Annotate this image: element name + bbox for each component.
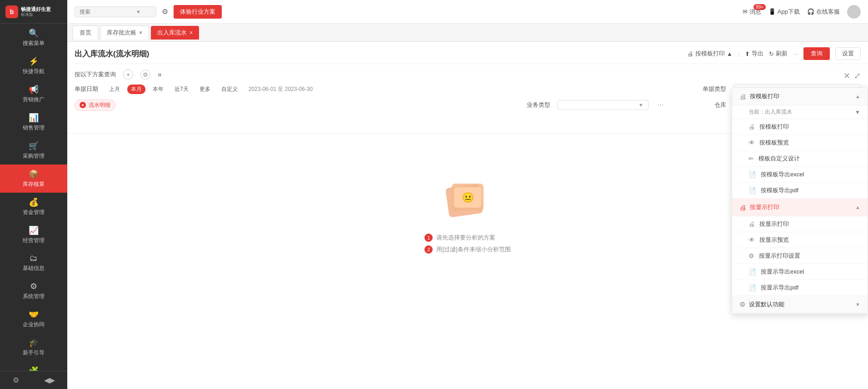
sidebar-bottom: ⚙ ◀▶ (0, 371, 67, 389)
sidebar-item-finance[interactable]: 💰 资金管理 (0, 193, 67, 221)
tab-label-batch: 库存批次账 (107, 29, 136, 37)
guide-icon: 🎓 (29, 338, 39, 348)
refresh-btn[interactable]: ↻ 刷新 (769, 50, 788, 58)
dp-sub-icon-template-preview: 👁 (748, 139, 755, 146)
logo-icon: b (5, 5, 18, 18)
dp-sub-template-preview[interactable]: 👁按模板预览 (732, 135, 868, 151)
tab-home[interactable]: 首页 (73, 25, 98, 40)
date-btn-this-month[interactable]: 本月 (127, 85, 145, 94)
dp-section-template-print[interactable]: 🖨 按模板打印 ▲ (732, 88, 868, 105)
date-btn-recent-7[interactable]: 近7天 (171, 85, 192, 94)
filter-label: 按以下方案查询 (75, 70, 116, 79)
sidebar-item-inventory[interactable]: 📦 库存核算 (0, 165, 67, 193)
sidebar-item-search[interactable]: 🔍 搜索菜单 (0, 24, 67, 52)
dp-icon-display-print: 🖨 (739, 204, 746, 211)
sidebar-label-finance: 资金管理 (23, 209, 45, 216)
user-avatar[interactable] (847, 5, 861, 19)
biz-type-ellipsis[interactable]: ··· (658, 101, 663, 109)
sidebar-item-operation[interactable]: 📈 经营管理 (0, 221, 67, 249)
dp-current-chevron: ▼ (855, 109, 860, 115)
search-chevron-icon: ▼ (136, 9, 141, 15)
query-btn[interactable]: 查询 (803, 47, 830, 60)
tab-label-home: 首页 (80, 29, 91, 37)
settings-icon[interactable]: ⚙ (162, 7, 168, 16)
filter-add-btn[interactable]: + (123, 70, 133, 80)
collapse-sidebar-icon[interactable]: ◀▶ (44, 376, 55, 384)
filter-collapse-btn[interactable]: « (158, 70, 162, 79)
dp-sub-display-export-excel[interactable]: 📄按显示导出excel (732, 264, 868, 280)
printer-icon: 🖨 (688, 50, 693, 57)
app-download-btn[interactable]: 📱 App下载 (768, 8, 800, 16)
dp-sub-display-preview[interactable]: 👁按显示预览 (732, 232, 868, 248)
tip-num-1: 1 (424, 234, 433, 242)
flow-detail-tag[interactable]: ● 流水明细 (75, 100, 115, 111)
sidebar-item-system[interactable]: ⚙ 系统管理 (0, 277, 67, 305)
dp-sub-template-export-pdf[interactable]: 📄按模板导出pdf (732, 183, 868, 199)
tab-label-flow: 出入库流水 (157, 29, 187, 37)
settings-icon[interactable]: ⚙ (13, 376, 19, 384)
sidebar-item-guide[interactable]: 🎓 新手引导 (0, 333, 67, 361)
window-controls: ✕ ⤢ (843, 71, 861, 81)
dp-section-set-default[interactable]: ⚙ 设置默认功能 ▼ (732, 296, 868, 314)
biz-type-label: 业务类型 (527, 101, 550, 109)
settings-btn[interactable]: 设置 (835, 47, 861, 60)
main-content: ▼ ⚙ 体验行业方案 ✉ 消息 99+ 📱 App下载 🎧 在线客服 首页库存批… (67, 0, 868, 389)
basic-icon: 🗂 (30, 254, 38, 263)
message-icon: ✉ (743, 8, 748, 15)
expand-panel-btn[interactable]: ⤢ (854, 71, 861, 81)
date-range: 2023-06-01 至 2023-06-30 (249, 85, 313, 93)
tab-close-batch[interactable]: × (139, 30, 142, 35)
export-btn[interactable]: ⬆ 导出 (745, 50, 763, 58)
dp-label-set-default: 设置默认功能 (749, 300, 784, 309)
dp-sub-template-custom[interactable]: ✏模板自定义设计 (732, 151, 868, 167)
dp-chevron-display-print: ▲ (855, 204, 860, 210)
print-dropdown-panel: 🖨 按模板打印 ▲ 当前：出入库流水▼🖨按模板打印👁按模板预览✏模板自定义设计📄… (732, 87, 868, 314)
search-icon: 🔍 (29, 28, 39, 38)
filter-date-label: 单据日期 (75, 85, 98, 93)
dp-sub-display-print-sub[interactable]: 🖨按显示打印 (732, 216, 868, 232)
print-template-btn[interactable]: 🖨 按模板打印 ▲ (688, 50, 733, 58)
tab-close-flow[interactable]: × (190, 30, 193, 35)
date-btn-more[interactable]: 更多 (196, 85, 214, 94)
message-btn[interactable]: ✉ 消息 99+ (743, 8, 761, 16)
tab-batch[interactable]: 库存批次账× (100, 25, 149, 40)
refresh-icon: ↻ (769, 50, 774, 57)
sidebar-item-purchase[interactable]: 🛒 采购管理 (0, 136, 67, 165)
dp-sub-icon-template-print-sub: 🖨 (748, 123, 755, 130)
close-panel-btn[interactable]: ✕ (843, 71, 850, 81)
date-btn-custom[interactable]: 自定义 (218, 85, 241, 94)
dp-sub-template-export-excel[interactable]: 📄按模板导出excel (732, 167, 868, 183)
sidebar-item-partner[interactable]: 🤝 企业协同 (0, 305, 67, 333)
industry-btn[interactable]: 体验行业方案 (174, 5, 222, 19)
filter-setting-btn[interactable]: ⚙ (140, 70, 150, 80)
customer-service-btn[interactable]: 🎧 在线客服 (807, 8, 840, 16)
sidebar-label-guide: 新手引导 (23, 349, 45, 357)
sidebar-item-sales[interactable]: 📊 销售管理 (0, 108, 67, 136)
page-area: 出入库流水(流水明细) 🖨 按模板打印 ▲ | ⬆ 导出 ↻ 刷新 (67, 42, 868, 389)
sales-icon: 📊 (29, 113, 39, 123)
sidebar-menu: 🔍 搜索菜单 ⚡ 快捷导航 📢 营销推广 📊 销售管理 🛒 采购管理 📦 库存核… (0, 24, 67, 371)
filter-tag-label: 流水明细 (89, 101, 110, 109)
sidebar-item-quick-nav[interactable]: ⚡ 快捷导航 (0, 52, 67, 80)
more-actions-icon[interactable]: ··· (793, 50, 798, 57)
sidebar-label-operation: 经营管理 (23, 237, 45, 244)
date-filter: 上月本月本年近7天更多自定义 (105, 85, 241, 94)
date-btn-this-year[interactable]: 本年 (149, 85, 167, 94)
sidebar-item-basic[interactable]: 🗂 基础信息 (0, 249, 67, 277)
sidebar: b 畅捷通好生意 标准版 🔍 搜索菜单 ⚡ 快捷导航 📢 营销推广 📊 销售管理… (0, 0, 67, 389)
search-box[interactable]: ▼ (75, 6, 156, 17)
dp-sub-display-print-settings[interactable]: ⚙按显示打印设置 (732, 248, 868, 264)
dp-sub-template-print-sub[interactable]: 🖨按模板打印 (732, 119, 868, 135)
chevron-up-icon: ▲ (727, 50, 733, 57)
dp-label-template-print: 按模板打印 (750, 92, 779, 100)
sidebar-item-apps[interactable]: 🧩 应用中心 (0, 361, 67, 371)
page-actions: 🖨 按模板打印 ▲ | ⬆ 导出 ↻ 刷新 ··· 查询 (688, 47, 861, 60)
dp-section-display-print[interactable]: 🖨 按显示打印 ▲ (732, 199, 868, 216)
biz-type-dropdown[interactable]: ▼ (558, 100, 649, 110)
dp-sub-display-export-pdf[interactable]: 📄按显示导出pdf (732, 280, 868, 296)
tab-flow[interactable]: 出入库流水× (151, 26, 199, 40)
sidebar-item-marketing[interactable]: 📢 营销推广 (0, 80, 67, 108)
date-btn-last-month[interactable]: 上月 (105, 85, 124, 94)
dp-sub-icon-display-print-sub: 🖨 (748, 220, 755, 228)
search-input[interactable] (80, 9, 134, 15)
